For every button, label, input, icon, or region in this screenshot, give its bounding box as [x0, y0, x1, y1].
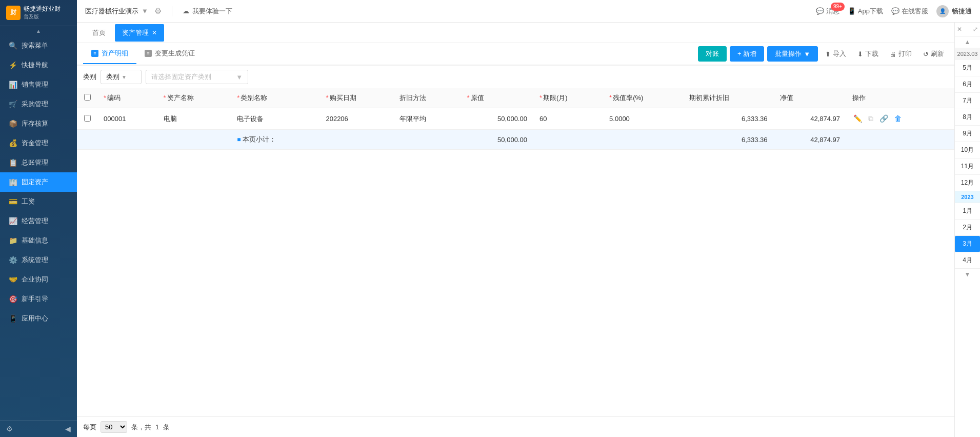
sidebar-item-guide[interactable]: 🎯 新手引导	[0, 289, 77, 309]
refresh-button[interactable]: ↺ 刷新	[919, 47, 948, 61]
panel-close-icon[interactable]: ✕	[957, 26, 962, 33]
table-header-row: *编码 *资产名称 *类别名称 *购买日期 折旧方法 *原值 *期限(月) *残…	[77, 88, 954, 108]
sidebar-item-operations[interactable]: 📈 经营管理	[0, 211, 77, 231]
filter-category-input[interactable]: 请选择固定资产类别 ▼	[146, 70, 248, 84]
company-name: 医疗器械行业演示	[85, 7, 138, 16]
company-selector[interactable]: 医疗器械行业演示 ▼	[85, 7, 148, 16]
tab-asset-manage[interactable]: 资产管理 ✕	[115, 24, 164, 42]
sidebar-item-salary[interactable]: 💳 工资	[0, 192, 77, 211]
main-area: 医疗器械行业演示 ▼ ⚙ ☁ 我要体验一下 💬 消息 99+ 📱 App下载 💬…	[77, 0, 980, 437]
filter-category-placeholder: 请选择固定资产类别	[151, 72, 211, 82]
salary-icon: 💳	[8, 197, 17, 206]
subtotal-empty-5	[393, 130, 461, 150]
sidebar-item-appcenter[interactable]: 📱 应用中心	[0, 309, 77, 328]
sub-tab-change-voucher[interactable]: ≡ 变更生成凭证	[136, 44, 203, 64]
month-11[interactable]: 11月	[955, 158, 980, 175]
new-button[interactable]: + 新增	[730, 46, 764, 62]
search-icon: 🔍	[8, 42, 17, 50]
subtotal-empty-2	[97, 130, 157, 150]
edit-icon[interactable]: ✏️	[852, 113, 863, 124]
collapse-icon[interactable]: ◀	[65, 425, 71, 433]
online-service-btn[interactable]: 💬 在线客服	[891, 7, 928, 16]
appcenter-icon: 📱	[8, 314, 17, 323]
panel-expand-icon[interactable]: ⤢	[973, 26, 978, 33]
sub-tab-asset-detail[interactable]: ≡ 资产明细	[83, 44, 136, 64]
filter-category-label: 类别	[83, 72, 96, 82]
panel-down-arrow[interactable]: ▼	[963, 269, 973, 280]
month-7[interactable]: 7月	[955, 93, 980, 109]
col-period: *期限(月)	[533, 88, 603, 108]
sidebar-item-enterprise[interactable]: 🤝 企业协同	[0, 270, 77, 289]
sidebar-item-fixedassets[interactable]: 🏢 固定资产	[0, 172, 77, 192]
month-5[interactable]: 5月	[955, 60, 980, 76]
duizhang-button[interactable]: 对账	[698, 46, 727, 62]
sidebar-item-quicknav[interactable]: ⚡ 快捷导航	[0, 55, 77, 75]
experience-btn[interactable]: ☁ 我要体验一下	[183, 7, 232, 16]
experience-icon: ☁	[183, 7, 189, 15]
filter-category-dropdown[interactable]: 类别 ▼	[101, 70, 142, 84]
print-label: 打印	[898, 49, 912, 58]
app-edition: 普及版	[24, 13, 61, 21]
sub-tabs: ≡ 资产明细 ≡ 变更生成凭证 对账 + 新增 批量操作 ▼	[77, 43, 954, 65]
sidebar-item-label: 系统管理	[22, 255, 48, 265]
month-6[interactable]: 6月	[955, 76, 980, 93]
col-accum-depreciation: 期初累计折旧	[683, 88, 773, 108]
month-3-active[interactable]: 3月	[955, 236, 980, 252]
delete-icon[interactable]: 🗑	[893, 113, 903, 124]
month-9[interactable]: 9月	[955, 126, 980, 142]
print-icon: 🖨	[890, 50, 896, 58]
import-icon: ⬆	[825, 50, 831, 58]
sidebar-item-basicinfo[interactable]: 📁 基础信息	[0, 231, 77, 250]
copy-icon[interactable]: ⧉	[867, 113, 874, 124]
month-8[interactable]: 8月	[955, 109, 980, 126]
row-accum-depreciation: 6,333.36	[683, 108, 773, 130]
month-4[interactable]: 4月	[955, 252, 980, 269]
panel-up-arrow[interactable]: ▲	[963, 36, 973, 48]
sidebar-item-search[interactable]: 🔍 搜索菜单	[0, 36, 77, 55]
col-category: *类别名称	[231, 88, 319, 108]
import-button[interactable]: ⬆ 导入	[821, 47, 850, 61]
sidebar-item-funds[interactable]: 💰 资金管理	[0, 133, 77, 153]
row-depreciation-method: 年限平均	[393, 108, 461, 130]
sidebar-item-label: 库存核算	[22, 119, 48, 128]
app-download-btn[interactable]: 📱 App下载	[848, 7, 883, 16]
month-2[interactable]: 2月	[955, 220, 980, 236]
link-icon[interactable]: 🔗	[878, 113, 889, 124]
asset-table: *编码 *资产名称 *类别名称 *购买日期 折旧方法 *原值 *期限(月) *残…	[77, 88, 954, 150]
settings-icon[interactable]: ⚙	[6, 425, 13, 433]
tab-bar: 首页 资产管理 ✕	[77, 23, 954, 43]
sidebar-item-sales[interactable]: 📊 销售管理	[0, 75, 77, 94]
tab-home[interactable]: 首页	[85, 24, 113, 42]
month-10[interactable]: 10月	[955, 142, 980, 158]
month-12[interactable]: 12月	[955, 175, 980, 191]
per-page-select[interactable]: 50 100	[101, 421, 127, 433]
user-menu[interactable]: 👤 畅捷通	[936, 5, 972, 17]
sidebar-item-label: 销售管理	[22, 80, 48, 89]
settings-gear-icon[interactable]: ⚙	[154, 6, 162, 16]
sidebar-item-ledger[interactable]: 📋 总账管理	[0, 153, 77, 172]
col-purchase-date: *购买日期	[319, 88, 393, 108]
experience-text: 我要体验一下	[192, 7, 232, 16]
tab-close-icon[interactable]: ✕	[152, 29, 157, 36]
sysmanage-icon: ⚙️	[8, 256, 17, 264]
sidebar-scroll-up[interactable]: ▲	[0, 26, 77, 36]
row-checkbox[interactable]	[84, 115, 91, 122]
subtotal-empty-4	[319, 130, 393, 150]
subtotal-empty-7	[603, 130, 683, 150]
sidebar-item-label: 快捷导航	[22, 61, 48, 70]
sidebar-item-purchase[interactable]: 🛒 采购管理	[0, 94, 77, 114]
month-1[interactable]: 1月	[955, 203, 980, 220]
sidebar-item-inventory[interactable]: 📦 库存核算	[0, 114, 77, 133]
batch-ops-button[interactable]: 批量操作 ▼	[767, 46, 818, 62]
print-button[interactable]: 🖨 打印	[886, 47, 916, 61]
messages-btn[interactable]: 💬 消息 99+	[816, 7, 839, 16]
subtotal-net-value: 42,874.97	[774, 130, 847, 150]
topbar-right: 💬 消息 99+ 📱 App下载 💬 在线客服 👤 畅捷通	[816, 5, 972, 17]
select-all-checkbox[interactable]	[84, 94, 91, 101]
app-download-label: App下载	[858, 7, 883, 16]
pagination: 每页 50 100 条，共 1 条	[77, 416, 954, 437]
download-button[interactable]: ⬇ 下载	[853, 47, 883, 61]
page-content: 首页 资产管理 ✕ ≡ 资产明细 ≡ 变更生成凭证	[77, 23, 954, 437]
sidebar-item-sysmanage[interactable]: ⚙️ 系统管理	[0, 250, 77, 270]
download-arrow-icon: ⬇	[857, 50, 863, 58]
